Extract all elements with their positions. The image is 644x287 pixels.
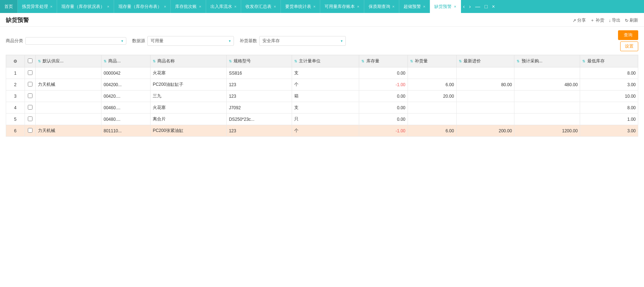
col-est-purchase[interactable]: ⇅ 预计采购...: [514, 55, 580, 67]
sort-icon-supplier: ⇅: [38, 59, 41, 63]
table-row: 3 00420.... 三九 123 箱 0.00 20.00 10.00: [6, 90, 638, 102]
row-product-code: 00460....: [101, 102, 151, 114]
col-spec[interactable]: ⇅ 规格型号: [227, 55, 292, 67]
close-tab-overstock[interactable]: ×: [423, 4, 425, 9]
tab-next-btn[interactable]: ›: [467, 0, 473, 13]
sort-icon-code: ⇅: [104, 59, 106, 63]
row-unit: 只: [292, 114, 359, 125]
row-product-name: PC200油缸缸子: [151, 79, 227, 90]
row-product-code: 801110...: [101, 125, 151, 137]
row-est-purchase: [514, 90, 580, 102]
row-checkbox[interactable]: [28, 70, 32, 75]
tab-expiry[interactable]: 保质期查询 ×: [364, 0, 399, 13]
page-title: 缺货预警: [6, 17, 29, 24]
row-spec: SS816: [227, 67, 292, 79]
col-latest-price[interactable]: ⇅ 最新进价: [456, 55, 514, 67]
row-unit: 支: [292, 67, 359, 79]
category-chevron-icon: ▾: [121, 39, 123, 43]
tab-minimize-btn[interactable]: —: [473, 0, 482, 13]
tab-maximize-btn[interactable]: □: [482, 0, 489, 13]
tab-overstock[interactable]: 超储预警 ×: [399, 0, 430, 13]
export-icon: ↓: [609, 18, 611, 23]
tab-available[interactable]: 可用量库存账本 ×: [320, 0, 364, 13]
row-no: 6: [6, 125, 25, 137]
row-latest-price: 200.00: [456, 125, 514, 137]
tab-summary[interactable]: 收发存汇总表 ×: [241, 0, 280, 13]
col-unit[interactable]: ⇅ 主计量单位: [292, 55, 359, 67]
query-button[interactable]: 查询: [618, 30, 638, 40]
row-product-code: 00420....: [101, 90, 151, 102]
col-supplier[interactable]: ⇅ 默认供应...: [35, 55, 101, 67]
close-tab-abnormal[interactable]: ×: [50, 4, 52, 9]
refresh-button[interactable]: ↻ 刷新: [625, 17, 638, 23]
col-product-code[interactable]: ⇅ 商品...: [101, 55, 151, 67]
tab-close-btn[interactable]: ×: [490, 0, 497, 13]
row-no: 3: [6, 90, 25, 102]
replenish-base-select[interactable]: 安全库存 ▾: [259, 36, 346, 46]
row-min-stock: 8.00: [580, 102, 638, 114]
row-latest-price: 80.00: [456, 79, 514, 90]
close-tab-shortage[interactable]: ×: [454, 4, 456, 9]
category-select[interactable]: ▾: [25, 37, 126, 45]
tab-stock-dist[interactable]: 现存量（库存分布表） ×: [114, 0, 171, 13]
col-stock[interactable]: ⇅ 库存量: [359, 55, 408, 67]
row-stock: 0.00: [359, 90, 408, 102]
row-stock: -1.00: [359, 79, 408, 90]
close-tab-stock-status[interactable]: ×: [107, 4, 109, 9]
row-checkbox-cell: [25, 90, 35, 102]
share-button[interactable]: ↗ 分享: [573, 17, 586, 23]
select-all-checkbox[interactable]: [28, 58, 32, 63]
header-actions: ↗ 分享 ＋ 补货 ↓ 导出 ↻ 刷新: [573, 17, 638, 23]
row-replenish: 20.00: [408, 90, 457, 102]
tab-requisition[interactable]: 要货单统计表 ×: [281, 0, 320, 13]
row-min-stock: 1.00: [580, 114, 638, 125]
row-checkbox-cell: [25, 79, 35, 90]
refresh-label: 刷新: [630, 17, 638, 23]
row-latest-price: [456, 67, 514, 79]
sort-icon-est: ⇅: [517, 59, 519, 63]
datasource-filter-group: 数据源 可用量 ▾: [132, 36, 234, 46]
close-tab-requisition[interactable]: ×: [313, 4, 316, 9]
export-button[interactable]: ↓ 导出: [609, 17, 621, 23]
row-checkbox[interactable]: [28, 105, 32, 110]
row-spec: DS250*23c...: [227, 114, 292, 125]
row-product-name: PC200张紧油缸: [151, 125, 227, 137]
datasource-select[interactable]: 可用量 ▾: [147, 36, 234, 46]
close-tab-expiry[interactable]: ×: [392, 4, 395, 9]
row-checkbox[interactable]: [28, 116, 32, 121]
datasource-value: 可用量: [151, 38, 164, 44]
close-tab-summary[interactable]: ×: [274, 4, 276, 9]
close-tab-batch[interactable]: ×: [199, 4, 201, 9]
table-row: 2 力天机械 004200... PC200油缸缸子 123 个 -1.00 6…: [6, 79, 638, 90]
row-checkbox[interactable]: [28, 93, 32, 98]
row-unit: 支: [292, 102, 359, 114]
col-product-name[interactable]: ⇅ 商品名称: [151, 55, 227, 67]
table-header-row: ⚙ ⇅ 默认供应... ⇅ 商品... ⇅ 商品名称: [6, 55, 638, 67]
replenish-label: 补货: [596, 17, 604, 23]
col-gear[interactable]: ⚙: [6, 55, 25, 67]
row-unit: 个: [292, 125, 359, 137]
tab-prev-btn[interactable]: ‹: [461, 0, 467, 13]
row-checkbox-cell: [25, 114, 35, 125]
settings-button[interactable]: 设置: [620, 41, 638, 51]
row-latest-price: [456, 90, 514, 102]
col-min-stock[interactable]: ⇅ 最低库存: [580, 55, 638, 67]
close-tab-available[interactable]: ×: [357, 4, 359, 9]
sort-icon-price: ⇅: [459, 59, 462, 63]
tab-shortage[interactable]: 缺货预警 ×: [430, 0, 461, 13]
tab-stock-status[interactable]: 现存量（库存状况表） ×: [57, 0, 114, 13]
row-checkbox-cell: [25, 125, 35, 137]
row-no: 5: [6, 114, 25, 125]
row-checkbox[interactable]: [28, 128, 32, 133]
tab-abnormal[interactable]: 拣货异常处理 ×: [18, 0, 57, 13]
row-checkbox[interactable]: [28, 82, 32, 87]
replenish-button[interactable]: ＋ 补货: [590, 17, 604, 23]
tab-batch[interactable]: 库存批次账 ×: [171, 0, 206, 13]
tab-flow[interactable]: 出入库流水 ×: [206, 0, 241, 13]
tab-home[interactable]: 首页: [0, 0, 18, 13]
close-tab-flow[interactable]: ×: [234, 4, 236, 9]
sort-icon-min: ⇅: [582, 59, 585, 63]
col-replenish[interactable]: ⇅ 补货量: [408, 55, 457, 67]
close-tab-stock-dist[interactable]: ×: [164, 4, 166, 9]
row-replenish: [408, 102, 457, 114]
